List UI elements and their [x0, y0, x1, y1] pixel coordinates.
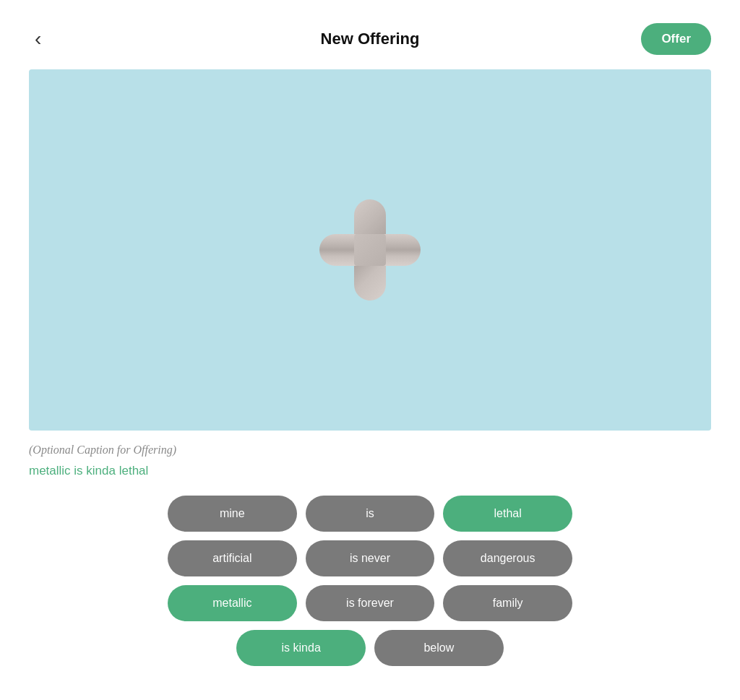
cross-object — [319, 199, 421, 301]
current-tag: metallic is kinda lethal — [29, 464, 711, 478]
word-btn-is-forever[interactable]: is forever — [306, 585, 435, 621]
word-btn-family[interactable]: family — [443, 585, 572, 621]
word-btn-artificial[interactable]: artificial — [168, 540, 297, 576]
word-btn-lethal[interactable]: lethal — [443, 496, 572, 532]
word-btn-mine[interactable]: mine — [168, 496, 297, 532]
header: ‹ New Offering Offer — [0, 0, 740, 69]
word-btn-dangerous[interactable]: dangerous — [443, 540, 572, 576]
back-button[interactable]: ‹ — [29, 26, 47, 52]
word-btn-metallic[interactable]: metallic — [168, 585, 297, 621]
bottom-word-row: is kinda below — [168, 630, 572, 666]
word-grid: mine is lethal artificial is never dange… — [168, 496, 572, 621]
product-image — [312, 192, 428, 308]
offer-button[interactable]: Offer — [641, 23, 711, 55]
caption-placeholder: (Optional Caption for Offering) — [29, 444, 711, 457]
word-btn-is-kinda[interactable]: is kinda — [236, 630, 366, 666]
word-btn-is-never[interactable]: is never — [306, 540, 435, 576]
app-container: ‹ New Offering Offer (Optional Caption f… — [0, 0, 740, 700]
word-btn-below[interactable]: below — [374, 630, 504, 666]
caption-area: (Optional Caption for Offering) metallic… — [29, 444, 711, 478]
word-btn-is[interactable]: is — [306, 496, 435, 532]
cross-center — [354, 234, 386, 266]
product-image-area — [29, 69, 711, 431]
page-title: New Offering — [321, 30, 420, 48]
